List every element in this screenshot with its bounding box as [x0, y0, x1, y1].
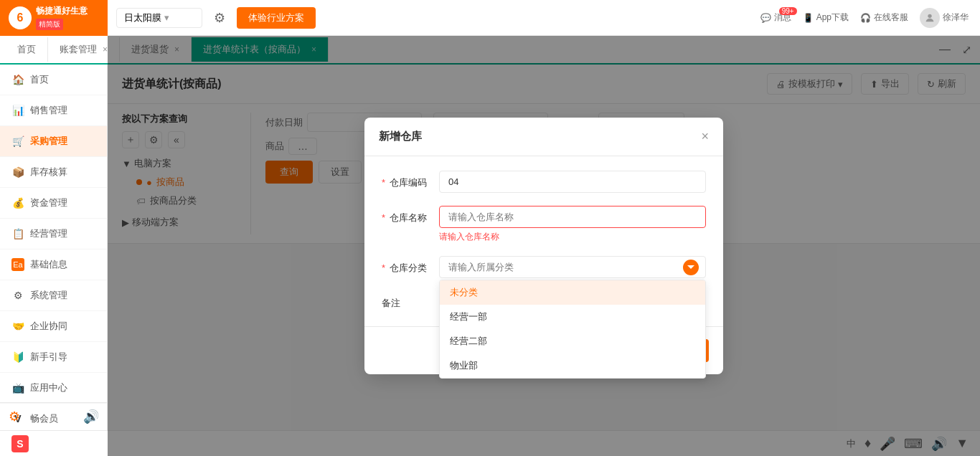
sidebar-item-finance-label: 资金管理 — [30, 196, 67, 209]
sidebar-item-guide[interactable]: 🔰 新手引导 — [0, 342, 107, 373]
modal-close-button[interactable]: × — [701, 129, 709, 144]
category-control: 未分类 经营一部 经营二部 物业部 — [439, 256, 706, 278]
sidebar-item-home[interactable]: 🏠 首页 — [0, 65, 107, 95]
message-button[interactable]: 💬 消息 99+ — [760, 11, 791, 24]
sidebar-item-purchase[interactable]: 🛒 采购管理 — [0, 126, 107, 157]
modal-body: * 仓库编码 * 仓库名称 请输入仓库名称 — [364, 156, 723, 313]
message-icon: 💬 — [760, 13, 771, 23]
gear-icon: ⚙ — [214, 10, 225, 26]
logo-badge: 精简版 — [36, 19, 63, 30]
header-right: 💬 消息 99+ 📱 App下载 🎧 在线客服 徐泽华 — [760, 8, 969, 28]
dropdown-item-property[interactable]: 物业部 — [440, 353, 705, 378]
store-dropdown-icon: ▾ — [164, 12, 169, 23]
sidebar-item-guide-label: 新手引导 — [30, 351, 67, 364]
inventory-icon: 📦 — [11, 166, 24, 179]
sidebar-item-basic-info-label: 基础信息 — [30, 258, 67, 271]
operations-icon: 📋 — [11, 227, 24, 240]
user-name: 徐泽华 — [943, 11, 969, 24]
sidebar-item-basic-info[interactable]: Ea 基础信息 — [0, 250, 107, 280]
tab-home[interactable]: 首页 — [6, 37, 48, 62]
bottom-logo-icon: S — [11, 435, 29, 452]
sidebar-item-sales-label: 销售管理 — [30, 104, 67, 117]
sidebar-item-system-label: 系统管理 — [30, 289, 67, 302]
sales-icon: 📊 — [11, 104, 24, 117]
category-dropdown-arrow[interactable] — [683, 260, 699, 275]
tab-accounts-label: 账套管理 — [60, 43, 97, 56]
settings-bottom-icon[interactable]: ⚙ — [9, 409, 20, 424]
home-icon: 🏠 — [11, 73, 24, 86]
logo-text: 畅捷通好生意 精简版 — [36, 5, 88, 30]
tab-accounts-close[interactable]: × — [103, 44, 108, 54]
sidebar-item-operations-label: 经营管理 — [30, 227, 67, 240]
category-dropdown-list: 未分类 经营一部 经营二部 物业部 — [439, 280, 706, 379]
system-icon: ⚙ — [11, 289, 24, 302]
app-download-button[interactable]: 📱 App下载 — [803, 11, 849, 24]
sidebar-item-app-center[interactable]: 📺 应用中心 — [0, 373, 107, 404]
dropdown-item-dept1[interactable]: 经营一部 — [440, 305, 705, 329]
sidebar-item-app-center-label: 应用中心 — [30, 381, 67, 394]
sidebar-item-inventory[interactable]: 📦 库存核算 — [0, 157, 107, 188]
user-profile-button[interactable]: 徐泽华 — [920, 8, 969, 28]
new-warehouse-modal: 新增仓库 × * 仓库编码 * 仓库名称 — [364, 118, 723, 374]
sidebar-item-finance[interactable]: 💰 资金管理 — [0, 188, 107, 219]
avatar — [920, 8, 940, 28]
remark-label: 备注 — [382, 291, 439, 310]
required-mark: * — [382, 177, 385, 188]
gear-button[interactable]: ⚙ — [211, 9, 228, 27]
purchase-icon: 🛒 — [11, 135, 24, 148]
modal-title: 新增仓库 — [379, 130, 422, 143]
store-selector[interactable]: 日太阳膜 ▾ — [116, 8, 202, 28]
dropdown-item-uncategorized[interactable]: 未分类 — [440, 280, 705, 305]
code-control — [439, 171, 706, 193]
sidebar-item-enterprise-label: 企业协同 — [30, 320, 67, 333]
volume-icon[interactable]: 🔊 — [83, 409, 99, 424]
dropdown-item-dept2[interactable]: 经营二部 — [440, 329, 705, 353]
app-center-icon: 📺 — [11, 381, 24, 394]
sidebar-bottom-bar: ⚙ 🔊 — [0, 402, 108, 430]
service-icon: 🎧 — [860, 13, 871, 23]
category-form-row: * 仓库分类 未分类 经营一部 经营二部 物业部 — [382, 256, 706, 278]
name-form-row: * 仓库名称 请输入仓库名称 — [382, 206, 706, 243]
message-badge: 99+ — [779, 7, 797, 15]
modal-overlay: 新增仓库 × * 仓库编码 * 仓库名称 — [108, 36, 980, 456]
name-control: 请输入仓库名称 — [439, 206, 706, 243]
sidebar-item-enterprise[interactable]: 🤝 企业协同 — [0, 311, 107, 342]
code-form-row: * 仓库编码 — [382, 171, 706, 193]
modal-header: 新增仓库 × — [364, 118, 723, 156]
online-service-button[interactable]: 🎧 在线客服 — [860, 11, 908, 24]
name-error-message: 请输入仓库名称 — [439, 231, 706, 243]
code-label: * 仓库编码 — [382, 171, 439, 189]
logo-area: 6 畅捷通好生意 精简版 — [0, 0, 108, 36]
svg-point-0 — [928, 14, 931, 17]
name-input[interactable] — [439, 206, 706, 228]
tab-home-label: 首页 — [17, 43, 36, 56]
top-header: 6 畅捷通好生意 精简版 日太阳膜 ▾ ⚙ 体验行业方案 💬 消息 99+ 📱 … — [0, 0, 980, 36]
finance-icon: 💰 — [11, 196, 24, 209]
enterprise-icon: 🤝 — [11, 320, 24, 333]
sidebar-item-operations[interactable]: 📋 经营管理 — [0, 219, 107, 250]
category-input[interactable] — [439, 256, 706, 278]
basic-info-icon: Ea — [11, 258, 24, 271]
required-mark-name: * — [382, 212, 385, 223]
category-label: * 仓库分类 — [382, 256, 439, 275]
sidebar-item-inventory-label: 库存核算 — [30, 166, 67, 179]
required-mark-cat: * — [382, 262, 385, 273]
logo-icon: 6 — [9, 6, 32, 29]
name-label: * 仓库名称 — [382, 206, 439, 224]
store-name: 日太阳膜 — [124, 11, 161, 24]
sidebar-item-home-label: 首页 — [30, 73, 49, 86]
sidebar-item-system[interactable]: ⚙ 系统管理 — [0, 280, 107, 311]
sidebar-item-sales[interactable]: 📊 销售管理 — [0, 95, 107, 126]
trial-button[interactable]: 体验行业方案 — [237, 7, 316, 29]
sidebar: 🏠 首页 📊 销售管理 🛒 采购管理 📦 库存核算 💰 资金管理 📋 经营管理 … — [0, 65, 108, 456]
app-icon: 📱 — [803, 13, 814, 23]
sidebar-item-purchase-label: 采购管理 — [30, 135, 67, 148]
code-input[interactable] — [439, 171, 706, 193]
guide-icon: 🔰 — [11, 351, 24, 364]
bottom-logo: S — [11, 435, 29, 452]
